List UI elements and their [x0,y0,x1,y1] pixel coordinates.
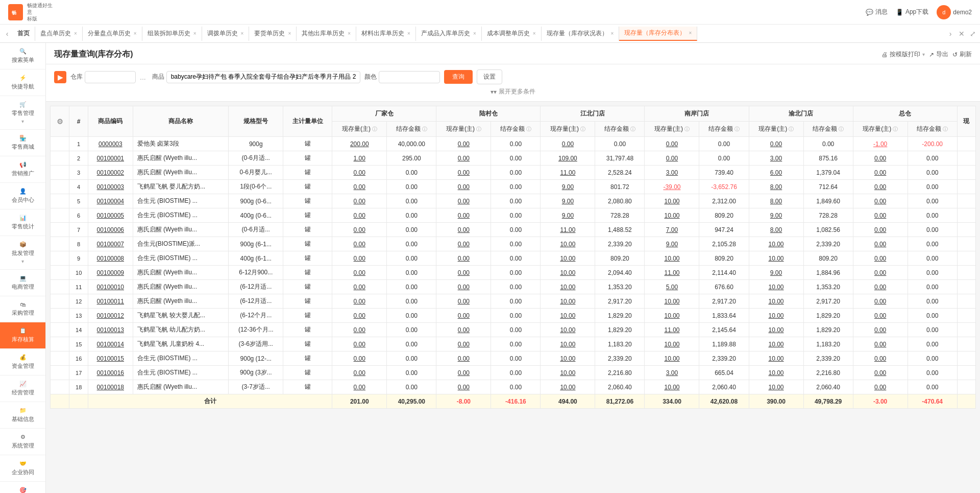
sidebar-icon-purchase: 🛍 [20,301,26,308]
tab-close-t5[interactable]: × [288,31,291,36]
product-input[interactable] [166,71,360,83]
warehouse-input[interactable] [85,71,136,83]
tab-close-t9[interactable]: × [533,31,536,36]
tab-t5[interactable]: 要货单历史× [249,27,297,41]
sidebar-label-finance: 资金管理 [12,362,34,370]
row-name: 合生元(BIOSTIME)派... [133,237,229,251]
row-code: 00100015 [88,351,133,366]
tab-close-t6[interactable]: × [348,31,351,36]
tab-expand-btn[interactable]: ⤢ [968,27,978,41]
row-unit: 罐 [283,351,332,366]
sidebar-item-basic[interactable]: 📁基础信息 [0,402,45,429]
row-lucun-qty: 0.00 [436,137,491,151]
sidebar-item-collab[interactable]: 🤝企业协同 [0,455,45,482]
row-jiangbei-qty: 10.00 [541,280,595,294]
table-area[interactable]: ⚙ # 商品编码 商品名称 规格型号 主计量单位 厂家仓 陆村仓 江北门店 南岸… [46,102,980,493]
refresh-btn[interactable]: ↺ 刷新 [952,50,972,59]
tab-close-t7[interactable]: × [407,31,410,36]
sidebar-item-marketing[interactable]: 📢营销推广 [0,156,45,183]
sidebar-item-stat[interactable]: 📊零售统计 [0,209,45,236]
tab-close-t10[interactable]: × [611,31,614,36]
tab-t9[interactable]: 成本调整单历史× [482,27,542,41]
row-settings [51,223,69,237]
filter-expand-arrow[interactable]: ▶ [54,71,66,83]
sidebar-item-purchase[interactable]: 🛍采购管理 [0,296,45,322]
row-lucun-amt: 0.00 [491,280,541,294]
sidebar-item-member[interactable]: 👤会员中心 [0,183,45,209]
row-lucun-qty: 0.00 [436,180,491,194]
sidebar-item-stock[interactable]: 📋库存核算 [0,322,45,349]
tab-home[interactable]: 首页 [12,27,35,41]
sidebar-item-retail[interactable]: 🛒零售管理▾ [0,96,45,130]
row-num: 5 [69,194,88,208]
lucun-amt-header: 结存金额 [491,122,541,137]
tab-t1[interactable]: 盘点单历史× [35,27,83,41]
row-name: 惠氏启醒 (Wyeth illu... [133,266,229,280]
col-yubei-header: 渝北门店 [749,106,853,122]
row-name: 惠氏启醒 (Wyeth illu... [133,280,229,294]
tab-t8[interactable]: 产成品入库单历史× [416,27,482,41]
row-jiangbei-amt: 1,829.20 [595,323,645,337]
row-unit: 罐 [283,180,332,194]
row-changjiacao-qty: 0.00 [332,280,387,294]
tab-t11[interactable]: 现存量（库存分布表）× [619,27,697,41]
row-total-amt: 0.00 [908,194,957,208]
row-changjiacao-amt: 0.00 [387,351,436,366]
expand-toggle[interactable]: ▾▾ 展开更多条件 [54,87,972,96]
sidebar-item-finance[interactable]: 💰资金管理 [0,349,45,375]
tabs-container: 首页盘点单历史×分量盘点单历史×组装拆卸单历史×调拨单历史×要货单历史×其他出库… [12,27,945,41]
tab-next-btn[interactable]: › [945,27,955,41]
tab-close-t2[interactable]: × [134,31,137,36]
row-nanan-amt: 0.00 [699,151,749,166]
tab-prev-btn[interactable]: ‹ [2,27,12,41]
tab-t3[interactable]: 组装拆卸单历史× [142,27,202,41]
tab-t4[interactable]: 调拨单历史× [202,27,250,41]
settings-btn[interactable]: 设置 [477,69,502,84]
col-settings-header[interactable]: ⚙ [51,106,69,137]
tab-t2[interactable]: 分量盘点单历史× [83,27,142,41]
tab-t7[interactable]: 材料出库单历史× [356,27,416,41]
row-jiangbei-amt: 2,216.80 [595,366,645,380]
sidebar-item-nav[interactable]: ⚡快捷导航 [0,69,45,96]
summary-total-amt: -470.64 [908,394,957,409]
tab-close-all-btn[interactable]: ✕ [957,27,967,41]
nanan-qty-header: 现存量(主) [645,122,699,137]
sidebar-item-shop[interactable]: 🏪零售商城 [0,130,45,156]
user-profile[interactable]: d demo2 [937,5,972,19]
color-input[interactable] [379,71,440,83]
tab-t10[interactable]: 现存量（库存状况表）× [542,27,620,41]
tab-close-t4[interactable]: × [241,31,244,36]
sidebar-item-system[interactable]: ⚙系统管理 [0,429,45,455]
sidebar-item-wholesale[interactable]: 📦批发管理▾ [0,236,45,270]
sidebar-item-ops[interactable]: 📈经营管理 [0,375,45,402]
sidebar-label-search: 搜索英单 [12,56,34,64]
warehouse-dots[interactable]: ... [138,73,148,81]
row-total-qty: 0.00 [853,166,908,180]
row-changjiacao-amt: 0.00 [387,237,436,251]
sidebar-item-search[interactable]: 🔍搜索英单 [0,43,45,69]
row-changjiacao-qty: 0.00 [332,237,387,251]
sidebar-item-guide[interactable]: 🎯新手引导 [0,482,45,493]
row-spec: (12-36个月... [229,323,283,337]
tab-close-t8[interactable]: × [473,31,476,36]
row-num: 9 [69,251,88,266]
table-row: 10 00100009 惠氏启醒 (Wyeth illu... 6-12月900… [51,266,976,280]
tab-t6[interactable]: 其他出库单历史× [297,27,356,41]
tab-close-t3[interactable]: × [193,31,197,36]
message-btn[interactable]: 💬 消息 [866,8,888,16]
row-yubei-qty: 10.00 [749,294,803,309]
row-lucun-qty: 0.00 [436,237,491,251]
export-btn[interactable]: ↗ 导出 [929,50,948,59]
row-yubei-qty: 8.00 [749,223,803,237]
table-row: 8 00100007 合生元(BIOSTIME)派... 900g (6-1..… [51,237,976,251]
app-download-btn[interactable]: 📱 App下载 [896,8,928,16]
row-nanan-amt: 0.00 [699,137,749,151]
summary-yubei-qty: 390.00 [749,394,803,409]
sidebar-label-marketing: 营销推广 [12,170,34,177]
row-changjiacao-qty: 1.00 [332,151,387,166]
tab-close-t1[interactable]: × [74,31,77,36]
query-btn[interactable]: 查询 [444,70,473,84]
print-btn[interactable]: 🖨 按模版打印 ▾ [881,50,925,59]
sidebar-item-ecom[interactable]: 💻电商管理 [0,270,45,296]
tab-close-t11[interactable]: × [689,30,692,36]
